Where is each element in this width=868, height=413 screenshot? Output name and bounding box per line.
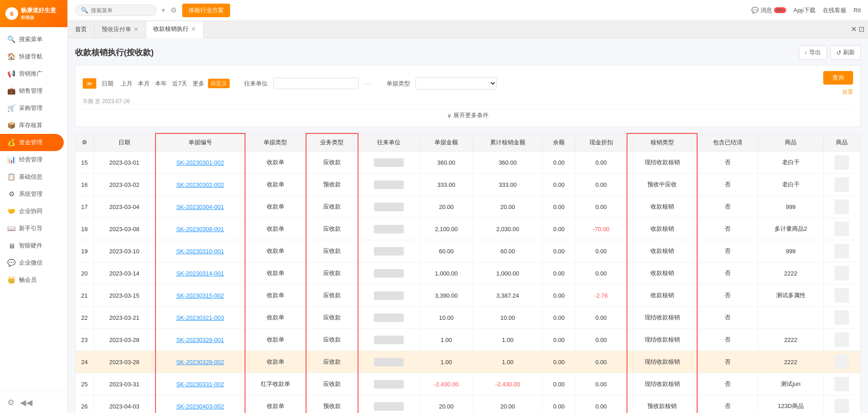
bill-no-link[interactable]: SK-20230301-002 xyxy=(176,159,224,166)
th-date: 日期 xyxy=(94,133,156,152)
page-header: 收款核销执行(按收款) ↑ 导出 ↺ 刷新 xyxy=(75,45,861,60)
cell-accumulated: 333.00 xyxy=(473,174,542,196)
tab-collection[interactable]: 收款核销执行 ✕ xyxy=(146,21,203,38)
th-cancel-type: 核销类型 xyxy=(627,133,697,152)
sidebar-item-inventory[interactable]: 📦 库存核算 xyxy=(0,117,67,134)
bill-no-link[interactable]: SK-20230331-002 xyxy=(176,381,224,388)
bill-no-link[interactable]: SK-20230321-003 xyxy=(176,314,224,321)
finance-icon: 💰 xyxy=(7,138,15,147)
bill-no-link[interactable]: SK-20230328-002 xyxy=(176,359,224,366)
industry-solution-button[interactable]: 体验行业方案 xyxy=(182,4,230,17)
cell-date: 2023-03-28 xyxy=(94,329,156,351)
wechat-icon: 💬 xyxy=(7,259,15,267)
cell-biz-type: 应收款 xyxy=(306,218,358,240)
topbar-search-icon: 🔍 xyxy=(81,7,88,14)
settings-footer-icon[interactable]: ⚙ xyxy=(7,398,14,408)
bill-no-link[interactable]: SK-20230328-001 xyxy=(176,337,224,343)
bill-no-link[interactable]: SK-20230302-002 xyxy=(176,181,224,188)
table-row: 18 2023-03-08 SK-20230308-001 收款单 应收款 ██… xyxy=(75,218,860,240)
sidebar-item-hardware[interactable]: 🖥 智能硬件 xyxy=(0,237,67,254)
hardware-icon: 🖥 xyxy=(7,242,15,250)
tab-prepay[interactable]: 预收应付单 ✕ xyxy=(94,21,146,38)
cell-include-settled: 否 xyxy=(697,285,758,307)
cell-accumulated: 3,387.24 xyxy=(473,285,542,307)
bill-no-link[interactable]: SK-20230314-001 xyxy=(176,270,224,277)
bill-no-link[interactable]: SK-20230315-002 xyxy=(176,292,224,299)
cell-partner: ██ xyxy=(358,174,420,196)
th-balance: 余额 xyxy=(542,133,576,152)
cell-goods-img xyxy=(823,174,860,196)
shortcut-last-7days[interactable]: 近7天 xyxy=(170,79,189,89)
table-row: 24 2023-03-28 SK-20230328-002 收款单 应收款 ██… xyxy=(75,351,860,373)
partner-dots-button[interactable]: ··· xyxy=(364,80,372,87)
sidebar-item-purchase[interactable]: 🛒 采购管理 xyxy=(0,100,67,117)
collapse-icon[interactable]: ◀◀ xyxy=(20,398,33,408)
settings-icon[interactable]: ⚙ xyxy=(82,139,87,146)
cell-amount: 2,100.00 xyxy=(420,218,473,240)
sidebar-item-enterprise[interactable]: 🤝 企业协同 xyxy=(0,203,67,220)
refresh-button[interactable]: ↺ 刷新 xyxy=(830,45,861,60)
tab-close-all-icon[interactable]: ✕ xyxy=(851,25,857,33)
table-row: 22 2023-03-21 SK-20230321-003 收款单 应收款 ██… xyxy=(75,307,860,329)
cell-discount: 0.00 xyxy=(576,240,627,262)
data-table-container: ⚙ 日期 单据编号 单据类型 业务类型 往来单位 单据金额 累计核销金额 余额 … xyxy=(75,133,861,413)
filter-expand-button[interactable]: ≫ xyxy=(83,78,96,89)
shortcut-custom[interactable]: 自定义 xyxy=(208,79,230,88)
sidebar-item-basic[interactable]: 📋 基础信息 xyxy=(0,168,67,185)
tab-prepay-close-icon[interactable]: ✕ xyxy=(134,26,138,33)
cell-amount: -2,430.00 xyxy=(420,373,473,395)
expand-more-conditions[interactable]: ∨ 展开更多条件 xyxy=(83,109,853,121)
shortcut-this-month[interactable]: 本月 xyxy=(136,79,151,89)
message-badge: 99+ xyxy=(774,7,786,13)
cell-include-settled: 否 xyxy=(697,395,758,413)
topbar-search-input[interactable] xyxy=(91,7,154,14)
table-wrapper: ⚙ 日期 单据编号 单据类型 业务类型 往来单位 单据金额 累计核销金额 余额 … xyxy=(75,133,860,413)
cell-accumulated: 60.00 xyxy=(473,240,542,262)
cell-partner: ██ xyxy=(358,307,420,329)
cell-no: 16 xyxy=(75,174,94,196)
cell-discount: 0.00 xyxy=(576,395,627,413)
export-button[interactable]: ↑ 导出 xyxy=(799,45,827,60)
sidebar-item-guide[interactable]: 📖 新手引导 xyxy=(0,220,67,237)
filter-row-main: ≫ 日期 上月 本月 本年 近7天 更多 自定义 往来单位 ··· 单据类型 xyxy=(83,71,853,96)
sidebar-menu: 🔍 搜索菜单 🏠 快捷导航 📢 营销推广 💼 销售管理 🛒 采购管理 📦 库存核… xyxy=(0,27,67,392)
online-service-link[interactable]: 在线客服 xyxy=(823,6,846,14)
sidebar-item-system[interactable]: ⚙ 系统管理 xyxy=(0,185,67,203)
shortcut-last-month[interactable]: 上月 xyxy=(119,79,134,89)
shortcut-more[interactable]: 更多 xyxy=(191,79,206,89)
bill-no-link[interactable]: SK-20230310-001 xyxy=(176,248,224,255)
goods-image xyxy=(835,310,849,325)
tab-home[interactable]: 首页 xyxy=(68,21,94,38)
partner-filter-input[interactable] xyxy=(273,78,359,89)
topbar-gear-icon[interactable]: ⚙ xyxy=(170,6,177,14)
query-button[interactable]: 查询 xyxy=(823,71,853,85)
sidebar-item-member[interactable]: 👑 畅会员 xyxy=(0,271,67,289)
app-download-link[interactable]: App下载 xyxy=(793,6,816,14)
sidebar-item-search[interactable]: 🔍 搜索菜单 xyxy=(0,31,67,48)
cell-balance: 0.00 xyxy=(542,196,576,218)
sidebar-item-operations[interactable]: 📊 经营管理 xyxy=(0,151,67,168)
message-notif[interactable]: 💬 消息 99+ xyxy=(751,6,786,14)
username-display[interactable]: Rit xyxy=(854,7,861,14)
shortcut-this-year[interactable]: 本年 xyxy=(153,79,169,89)
topbar-dropdown-arrow[interactable]: ▾ xyxy=(162,7,165,14)
tab-collection-close-icon[interactable]: ✕ xyxy=(191,26,196,32)
bill-no-link[interactable]: SK-20230304-001 xyxy=(176,204,224,210)
sidebar-item-wechat[interactable]: 💬 企业微信 xyxy=(0,254,67,271)
sidebar-item-sales[interactable]: 💼 销售管理 xyxy=(0,82,67,100)
sidebar-item-finance[interactable]: 💰 资金管理 xyxy=(0,134,64,151)
tab-maximize-icon[interactable]: ⊡ xyxy=(859,25,864,33)
cell-date: 2023-04-03 xyxy=(94,395,156,413)
sidebar-item-quick-nav[interactable]: 🏠 快捷导航 xyxy=(0,48,67,65)
bill-no-link[interactable]: SK-20230308-001 xyxy=(176,226,224,233)
purchase-icon: 🛒 xyxy=(7,104,15,112)
cell-include-settled: 否 xyxy=(697,373,758,395)
table-row: 20 2023-03-14 SK-20230314-001 收款单 应收款 ██… xyxy=(75,262,860,285)
sidebar-item-marketing[interactable]: 📢 营销推广 xyxy=(0,65,67,82)
bill-type-select[interactable] xyxy=(415,77,497,90)
filter-settings-link[interactable]: 设置 xyxy=(842,88,853,96)
bill-no-link[interactable]: SK-20230403-002 xyxy=(176,403,224,410)
cell-goods-img xyxy=(823,262,860,285)
cell-goods: 2222 xyxy=(758,351,824,373)
inventory-icon: 📦 xyxy=(7,121,15,129)
